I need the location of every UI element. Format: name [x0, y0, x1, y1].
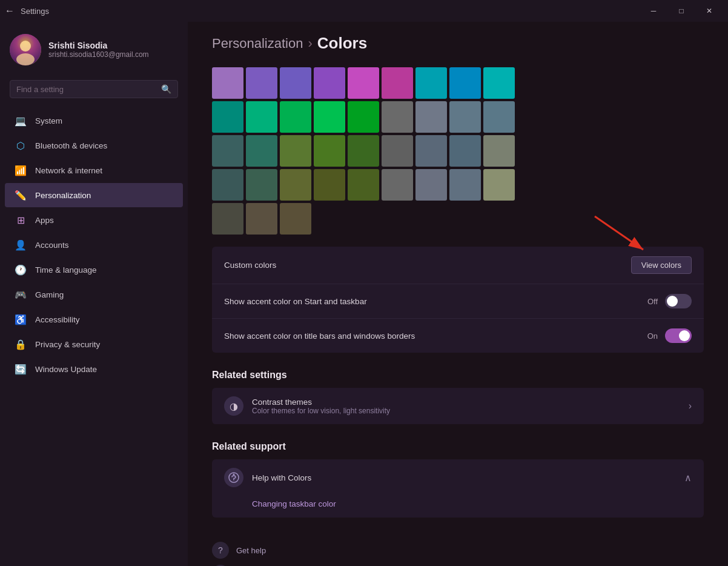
- color-swatch-0-3[interactable]: [314, 67, 345, 99]
- color-row-1: [212, 101, 704, 133]
- svg-point-6: [233, 474, 235, 476]
- bottom-links: ? Get help 👤 Give feedback: [212, 542, 704, 566]
- color-swatch-2-8[interactable]: [483, 135, 515, 167]
- help-colors-item: Help with Colors ∧ Changing taskbar colo…: [212, 459, 704, 518]
- color-swatch-3-6[interactable]: [415, 169, 447, 201]
- app-title: Settings: [21, 7, 49, 16]
- sidebar-item-gaming[interactable]: 🎮 Gaming: [5, 282, 183, 307]
- personalization-nav-label: Personalization: [35, 191, 91, 200]
- apps-nav-icon: ⊞: [15, 214, 27, 226]
- view-colors-button[interactable]: View colors: [631, 256, 692, 274]
- color-swatch-3-8[interactable]: [483, 169, 515, 201]
- search-input[interactable]: [16, 85, 156, 94]
- main-content: Personalization › Colors Custom colors V…: [188, 22, 728, 566]
- privacy-nav-icon: 🔒: [15, 338, 27, 350]
- chevron-up-icon: ∧: [684, 472, 692, 484]
- search-container: 🔍: [0, 75, 188, 108]
- sidebar: Srishti Sisodia srishti.sisodia1603@gmai…: [0, 22, 188, 566]
- sidebar-item-network[interactable]: 📶 Network & internet: [5, 158, 183, 182]
- color-swatch-3-2[interactable]: [280, 169, 311, 201]
- color-swatch-3-0[interactable]: [212, 169, 243, 201]
- color-swatch-2-2[interactable]: [280, 135, 311, 167]
- color-swatch-2-3[interactable]: [314, 135, 345, 167]
- color-swatch-2-7[interactable]: [449, 135, 481, 167]
- network-nav-icon: 📶: [15, 164, 27, 176]
- svg-point-2: [16, 53, 35, 65]
- color-swatch-0-8[interactable]: [483, 67, 515, 99]
- color-swatch-1-4[interactable]: [348, 101, 379, 133]
- sidebar-item-system[interactable]: 💻 System: [5, 108, 183, 133]
- related-settings-title: Related settings: [212, 370, 704, 381]
- help-icon: [224, 468, 243, 487]
- color-swatch-3-3[interactable]: [314, 169, 345, 201]
- sidebar-item-update[interactable]: 🔄 Windows Update: [5, 357, 183, 381]
- color-swatch-1-6[interactable]: [415, 101, 447, 133]
- back-arrow[interactable]: ←: [5, 5, 15, 16]
- accent-title-toggle[interactable]: [665, 328, 692, 343]
- accent-start-toggle-label: Off: [647, 297, 658, 306]
- sidebar-item-accounts[interactable]: 👤 Accounts: [5, 233, 183, 257]
- color-swatch-3-4[interactable]: [348, 169, 379, 201]
- accessibility-nav-icon: ♿: [15, 313, 27, 325]
- color-swatch-2-1[interactable]: [246, 135, 277, 167]
- color-swatch-3-5[interactable]: [382, 169, 413, 201]
- sidebar-item-time[interactable]: 🕐 Time & language: [5, 258, 183, 282]
- personalization-nav-icon: ✏️: [15, 189, 27, 201]
- accent-start-toggle[interactable]: [665, 294, 692, 308]
- color-palette: [212, 67, 704, 235]
- help-content: Changing taskbar color: [212, 496, 704, 518]
- color-swatch-1-8[interactable]: [483, 101, 515, 133]
- color-swatch-0-0[interactable]: [212, 67, 243, 99]
- color-swatch-4-1[interactable]: [246, 203, 277, 235]
- bluetooth-nav-icon: ⬡: [15, 139, 27, 151]
- accent-title-bars-row: Show accent color on title bars and wind…: [212, 319, 704, 353]
- sidebar-item-accessibility[interactable]: ♿ Accessibility: [5, 307, 183, 331]
- color-swatch-4-0[interactable]: [212, 203, 243, 235]
- custom-colors-row: Custom colors View colors: [212, 247, 704, 284]
- accent-start-right: Off: [647, 294, 692, 308]
- search-box[interactable]: 🔍: [10, 80, 178, 98]
- maximize-button[interactable]: □: [667, 0, 695, 22]
- svg-point-1: [20, 41, 31, 52]
- color-swatch-3-1[interactable]: [246, 169, 277, 201]
- color-swatch-1-0[interactable]: [212, 101, 243, 133]
- color-swatch-1-5[interactable]: [382, 101, 413, 133]
- color-swatch-0-5[interactable]: [382, 67, 413, 99]
- color-swatch-1-7[interactable]: [449, 101, 481, 133]
- color-swatch-0-7[interactable]: [449, 67, 481, 99]
- color-swatch-0-2[interactable]: [280, 67, 311, 99]
- user-profile[interactable]: Srishti Sisodia srishti.sisodia1603@gmai…: [0, 22, 188, 75]
- color-swatch-1-1[interactable]: [246, 101, 277, 133]
- color-swatch-1-3[interactable]: [314, 101, 345, 133]
- color-swatch-2-4[interactable]: [348, 135, 379, 167]
- color-swatch-3-7[interactable]: [449, 169, 481, 201]
- color-swatch-2-6[interactable]: [415, 135, 447, 167]
- color-swatch-0-6[interactable]: [415, 67, 447, 99]
- changing-taskbar-color-link[interactable]: Changing taskbar color: [252, 499, 336, 508]
- time-nav-icon: 🕐: [15, 264, 27, 276]
- user-email: srishti.sisodia1603@gmail.com: [48, 50, 149, 59]
- color-swatch-1-2[interactable]: [280, 101, 311, 133]
- breadcrumb-parent[interactable]: Personalization: [212, 36, 303, 52]
- sidebar-item-bluetooth[interactable]: ⬡ Bluetooth & devices: [5, 133, 183, 158]
- accent-start-label: Show accent color on Start and taskbar: [224, 297, 367, 306]
- help-header-left: Help with Colors: [224, 468, 311, 487]
- breadcrumb: Personalization › Colors: [212, 34, 704, 53]
- network-nav-label: Network & internet: [35, 166, 102, 175]
- color-swatch-2-5[interactable]: [382, 135, 413, 167]
- color-swatch-2-0[interactable]: [212, 135, 243, 167]
- minimize-button[interactable]: ─: [640, 0, 667, 22]
- contrast-themes-title: Contrast themes: [252, 398, 390, 407]
- color-swatch-0-4[interactable]: [348, 67, 379, 99]
- color-swatch-4-2[interactable]: [280, 203, 311, 235]
- close-button[interactable]: ✕: [695, 0, 723, 22]
- color-swatch-0-1[interactable]: [246, 67, 277, 99]
- contrast-themes-sub: Color themes for low vision, light sensi…: [252, 407, 390, 415]
- related-item-contrast[interactable]: ◑ Contrast themes Color themes for low v…: [212, 388, 704, 424]
- sidebar-item-personalization[interactable]: ✏️ Personalization: [5, 183, 183, 207]
- search-icon: 🔍: [161, 84, 171, 94]
- get-help-row[interactable]: ? Get help: [212, 542, 704, 559]
- sidebar-item-apps[interactable]: ⊞ Apps: [5, 208, 183, 232]
- sidebar-item-privacy[interactable]: 🔒 Privacy & security: [5, 332, 183, 356]
- help-colors-header[interactable]: Help with Colors ∧: [212, 459, 704, 496]
